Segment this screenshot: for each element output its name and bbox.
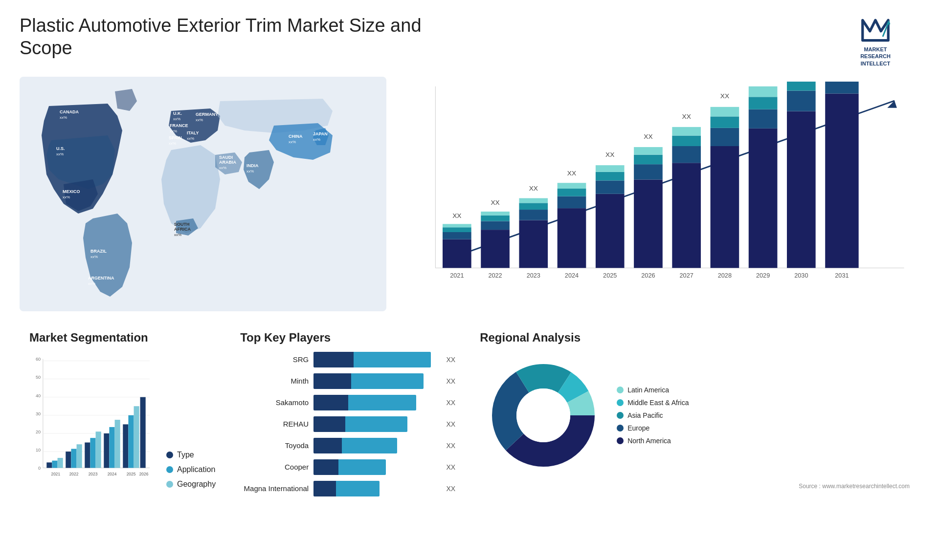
svg-rect-64 — [596, 194, 625, 268]
legend-geography: Geography — [166, 480, 216, 489]
svg-text:XX: XX — [452, 212, 461, 219]
player-val-minth: XX — [446, 377, 455, 385]
player-val-magna: XX — [446, 485, 455, 493]
svg-rect-71 — [634, 164, 663, 179]
svg-rect-123 — [71, 449, 76, 468]
svg-rect-55 — [519, 198, 548, 203]
svg-rect-96 — [787, 82, 816, 91]
svg-text:MEXICO: MEXICO — [63, 189, 80, 194]
player-name-rehau: REHAU — [240, 420, 309, 428]
page-header: Plastic Automotive Exterior Trim Market … — [20, 15, 919, 67]
reg-legend-europe: Europe — [617, 424, 689, 432]
svg-rect-52 — [519, 220, 548, 268]
svg-text:XX: XX — [605, 151, 614, 158]
player-bar-magna — [313, 481, 438, 496]
svg-rect-46 — [481, 230, 510, 268]
player-bar-rehau — [313, 416, 438, 432]
donut-chart — [480, 352, 607, 479]
player-name-toyoda: Toyoda — [240, 441, 309, 450]
svg-text:2027: 2027 — [680, 272, 693, 279]
svg-text:XX: XX — [720, 92, 729, 100]
svg-text:40: 40 — [36, 393, 41, 398]
player-row-srg: SRG XX — [240, 352, 455, 367]
svg-rect-53 — [519, 210, 548, 220]
svg-text:XX: XX — [682, 113, 691, 120]
page-title: Plastic Automotive Exterior Trim Market … — [20, 15, 460, 59]
svg-text:GERMANY: GERMANY — [196, 112, 218, 117]
player-name-magna: Magna International — [240, 484, 309, 493]
svg-rect-131 — [109, 427, 114, 468]
svg-rect-79 — [672, 127, 701, 136]
svg-text:2022: 2022 — [488, 272, 502, 279]
svg-text:2021: 2021 — [51, 472, 61, 476]
svg-rect-60 — [558, 189, 586, 196]
svg-text:CANADA: CANADA — [60, 109, 79, 114]
svg-rect-48 — [481, 215, 510, 221]
player-row-toyoda: Toyoda XX — [240, 438, 455, 453]
svg-rect-132 — [115, 420, 120, 468]
player-val-sakamoto: XX — [446, 399, 455, 407]
player-bar-cooper — [313, 459, 438, 475]
svg-text:INDIA: INDIA — [246, 163, 259, 168]
svg-text:xx%: xx% — [173, 117, 180, 121]
svg-marker-0 — [863, 20, 889, 40]
latin-label: Latin America — [627, 386, 669, 394]
type-dot — [166, 452, 173, 458]
svg-text:SAUDI: SAUDI — [219, 155, 233, 160]
north-america-dot — [617, 437, 624, 444]
svg-text:xx%: xx% — [60, 115, 67, 120]
svg-text:xx%: xx% — [56, 152, 64, 156]
svg-text:SPAIN: SPAIN — [169, 135, 182, 140]
svg-rect-90 — [749, 97, 778, 109]
svg-text:XX: XX — [644, 133, 652, 140]
mea-label: Middle East & Africa — [627, 399, 689, 407]
svg-text:2022: 2022 — [69, 472, 79, 476]
legend-application: Application — [166, 465, 216, 474]
svg-rect-40 — [443, 239, 471, 268]
svg-rect-76 — [672, 163, 701, 268]
svg-rect-94 — [787, 111, 816, 268]
logo-icon — [861, 15, 890, 44]
application-dot — [166, 466, 173, 473]
svg-text:XX: XX — [529, 185, 538, 192]
reg-legend-mea: Middle East & Africa — [617, 399, 689, 407]
reg-legend-apac: Asia Pacific — [617, 411, 689, 419]
north-america-label: North America — [627, 437, 671, 445]
svg-text:xx%: xx% — [63, 195, 70, 199]
svg-rect-82 — [711, 146, 739, 268]
player-bar-sakamoto — [313, 395, 438, 410]
svg-rect-43 — [443, 224, 471, 227]
svg-text:U.S.: U.S. — [56, 146, 65, 151]
seg-chart-area: 60 50 40 30 20 10 0 2021 — [29, 352, 216, 489]
svg-rect-41 — [443, 232, 471, 239]
svg-rect-78 — [672, 135, 701, 146]
player-val-rehau: XX — [446, 420, 455, 428]
regional-section: Regional Analysis — [470, 326, 919, 512]
player-name-sakamoto: Sakamoto — [240, 398, 309, 407]
svg-rect-118 — [46, 462, 52, 468]
apac-label: Asia Pacific — [627, 411, 663, 419]
player-row-cooper: Cooper XX — [240, 459, 455, 475]
logo-text: MARKETRESEARCHINTELLECT — [860, 46, 891, 67]
svg-rect-136 — [134, 406, 139, 468]
regional-legend: Latin America Middle East & Africa Asia … — [617, 386, 689, 445]
player-bar-toyoda — [313, 438, 438, 453]
svg-rect-84 — [711, 116, 739, 128]
svg-rect-47 — [481, 221, 510, 230]
svg-text:2026: 2026 — [641, 272, 655, 279]
svg-text:10: 10 — [36, 448, 41, 452]
svg-rect-66 — [596, 172, 625, 181]
world-map: CANADA xx% U.S. xx% MEXICO xx% BRAZIL xx… — [20, 77, 386, 311]
svg-text:xx%: xx% — [196, 118, 203, 122]
svg-text:XX: XX — [759, 82, 767, 83]
svg-text:2030: 2030 — [794, 272, 808, 279]
svg-rect-42 — [443, 227, 471, 232]
svg-rect-59 — [558, 196, 586, 208]
svg-rect-122 — [66, 452, 71, 468]
player-val-toyoda: XX — [446, 442, 455, 450]
svg-rect-73 — [634, 147, 663, 155]
svg-text:2024: 2024 — [108, 472, 117, 476]
bar-chart-section: XX 2021 XX 2022 XX 2023 XX 2024 — [396, 77, 919, 311]
svg-rect-126 — [85, 442, 90, 468]
player-val-srg: XX — [446, 356, 455, 364]
